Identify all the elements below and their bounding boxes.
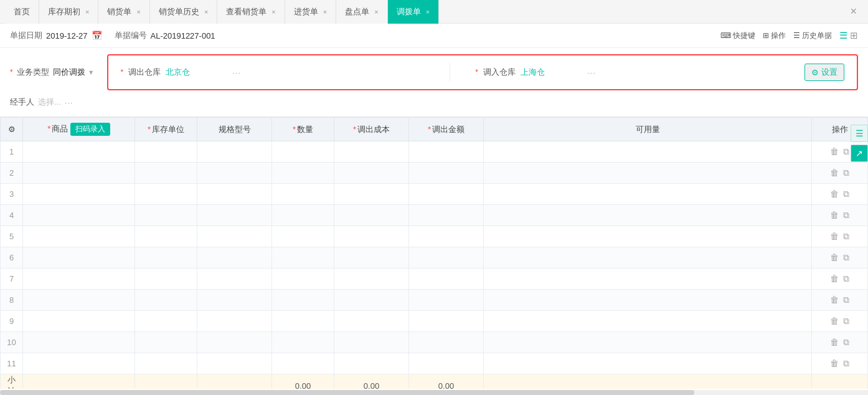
tab-transfer-order-close[interactable]: ×: [426, 8, 430, 16]
row-unit-7[interactable]: [135, 269, 197, 290]
row-goods-6[interactable]: [23, 247, 135, 269]
delete-icon-5[interactable]: 🗑: [829, 231, 840, 241]
row-goods-3[interactable]: [23, 184, 135, 205]
delete-icon-10[interactable]: 🗑: [829, 337, 840, 347]
tab-sales-history[interactable]: 销货单历史 ×: [150, 0, 217, 24]
copy-icon-11[interactable]: ⧉: [842, 358, 851, 368]
row-available-5[interactable]: [484, 226, 812, 247]
row-qty-10[interactable]: [272, 332, 334, 353]
row-spec-3[interactable]: [197, 184, 272, 205]
row-unit-6[interactable]: [135, 247, 197, 269]
copy-icon-1[interactable]: ⧉: [842, 146, 851, 156]
tab-inventory-init-close[interactable]: ×: [85, 8, 89, 16]
tab-home[interactable]: 首页: [5, 0, 39, 24]
row-spec-11[interactable]: [197, 353, 272, 374]
right-tool-list-button[interactable]: ☰: [851, 125, 868, 142]
tab-purchase-order-close[interactable]: ×: [323, 8, 327, 16]
row-available-4[interactable]: [484, 205, 812, 226]
row-spec-5[interactable]: [197, 226, 272, 247]
row-qty-4[interactable]: [272, 205, 334, 226]
row-cost-8[interactable]: [334, 290, 409, 311]
copy-icon-10[interactable]: ⧉: [842, 337, 851, 347]
person-select[interactable]: 选择...: [38, 97, 61, 108]
operation-button[interactable]: ⊞ 操作: [763, 31, 786, 41]
delete-icon-2[interactable]: 🗑: [829, 168, 840, 178]
row-unit-1[interactable]: [135, 141, 197, 163]
delete-icon-3[interactable]: 🗑: [829, 189, 840, 199]
row-goods-11[interactable]: [23, 353, 135, 374]
row-qty-11[interactable]: [272, 353, 334, 374]
scrollbar[interactable]: [0, 390, 868, 395]
row-available-7[interactable]: [484, 269, 812, 290]
row-spec-2[interactable]: [197, 163, 272, 184]
copy-icon-5[interactable]: ⧉: [842, 231, 851, 241]
row-unit-9[interactable]: [135, 311, 197, 332]
row-cost-6[interactable]: [334, 247, 409, 269]
copy-icon-9[interactable]: ⧉: [842, 316, 851, 326]
row-amount-11[interactable]: [409, 353, 484, 374]
row-available-3[interactable]: [484, 184, 812, 205]
row-available-6[interactable]: [484, 247, 812, 269]
row-spec-8[interactable]: [197, 290, 272, 311]
row-qty-8[interactable]: [272, 290, 334, 311]
row-qty-3[interactable]: [272, 184, 334, 205]
row-cost-2[interactable]: [334, 163, 409, 184]
row-unit-10[interactable]: [135, 332, 197, 353]
copy-icon-8[interactable]: ⧉: [842, 295, 851, 305]
row-amount-1[interactable]: [409, 141, 484, 163]
row-amount-9[interactable]: [409, 311, 484, 332]
row-goods-9[interactable]: [23, 311, 135, 332]
copy-icon-7[interactable]: ⧉: [842, 274, 851, 283]
row-qty-2[interactable]: [272, 163, 334, 184]
delete-icon-8[interactable]: 🗑: [829, 295, 840, 305]
tab-sales-order[interactable]: 销货单 ×: [98, 0, 149, 24]
row-spec-6[interactable]: [197, 247, 272, 269]
copy-icon-4[interactable]: ⧉: [842, 210, 851, 220]
row-amount-3[interactable]: [409, 184, 484, 205]
row-available-9[interactable]: [484, 311, 812, 332]
tab-purchase-order[interactable]: 进货单 ×: [285, 0, 336, 24]
copy-icon-6[interactable]: ⧉: [842, 252, 851, 262]
col-settings[interactable]: ⚙: [1, 118, 23, 141]
business-type-select[interactable]: 同价调拨 ▼: [53, 67, 95, 78]
tab-sales-order-close[interactable]: ×: [136, 8, 140, 16]
tab-inventory-check[interactable]: 盘点单 ×: [336, 0, 387, 24]
delete-icon-1[interactable]: 🗑: [829, 146, 840, 156]
row-spec-1[interactable]: [197, 141, 272, 163]
row-goods-2[interactable]: [23, 163, 135, 184]
row-amount-2[interactable]: [409, 163, 484, 184]
tab-inventory-init[interactable]: 库存期初 ×: [39, 0, 98, 24]
row-cost-5[interactable]: [334, 226, 409, 247]
delete-icon-9[interactable]: 🗑: [829, 316, 840, 326]
delete-icon-6[interactable]: 🗑: [829, 252, 840, 262]
delete-icon-7[interactable]: 🗑: [829, 274, 840, 283]
row-amount-10[interactable]: [409, 332, 484, 353]
row-cost-10[interactable]: [334, 332, 409, 353]
row-available-11[interactable]: [484, 353, 812, 374]
row-amount-4[interactable]: [409, 205, 484, 226]
row-amount-7[interactable]: [409, 269, 484, 290]
row-goods-5[interactable]: [23, 226, 135, 247]
history-button[interactable]: ☰ 历史单据: [793, 31, 832, 41]
copy-icon-2[interactable]: ⧉: [842, 168, 851, 178]
row-spec-4[interactable]: [197, 205, 272, 226]
row-qty-5[interactable]: [272, 226, 334, 247]
row-amount-8[interactable]: [409, 290, 484, 311]
settings-button[interactable]: ⚙ 设置: [804, 64, 844, 81]
row-available-8[interactable]: [484, 290, 812, 311]
warehouse-out-more-button[interactable]: ···: [232, 68, 241, 77]
row-cost-4[interactable]: [334, 205, 409, 226]
row-goods-10[interactable]: [23, 332, 135, 353]
row-cost-9[interactable]: [334, 311, 409, 332]
calendar-icon[interactable]: 📅: [92, 31, 102, 40]
row-cost-7[interactable]: [334, 269, 409, 290]
warehouse-in-more-button[interactable]: ···: [587, 68, 596, 77]
row-unit-5[interactable]: [135, 226, 197, 247]
copy-icon-3[interactable]: ⧉: [842, 189, 851, 199]
tab-transfer-order[interactable]: 调拨单 ×: [388, 0, 439, 24]
row-unit-4[interactable]: [135, 205, 197, 226]
shortcut-button[interactable]: ⌨ 快捷键: [720, 31, 755, 41]
row-unit-2[interactable]: [135, 163, 197, 184]
tab-view-sales-close[interactable]: ×: [271, 8, 275, 16]
scan-button[interactable]: 扫码录入: [70, 123, 110, 136]
